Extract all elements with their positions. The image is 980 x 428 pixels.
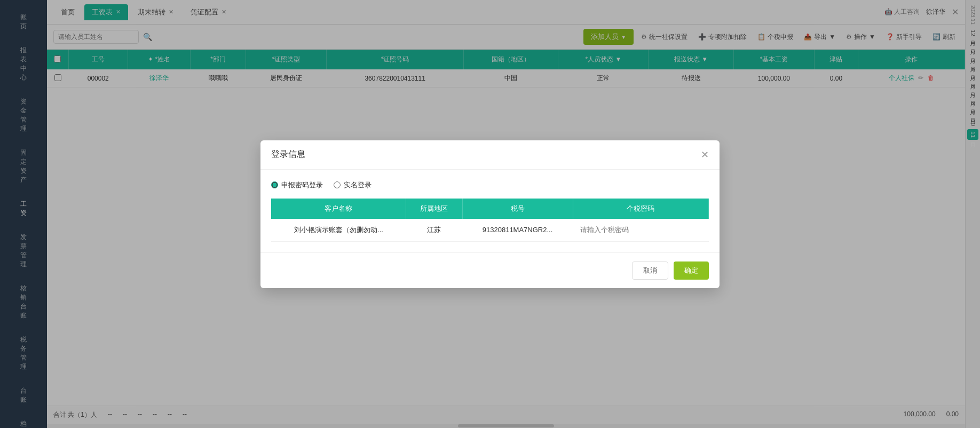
dialog-tax-id-cell: 91320811MA7NGR2... bbox=[462, 219, 573, 242]
dialog-col-client-name: 客户名称 bbox=[271, 199, 406, 219]
dialog-close-button[interactable]: ✕ bbox=[701, 149, 709, 161]
dialog-client-name-cell: 刘小艳演示账套（勿删勿动... bbox=[271, 219, 406, 242]
dialog-overlay: 登录信息 ✕ 申报密码登录 实名登录 客户名称 bbox=[0, 0, 980, 428]
dialog-col-tax-id: 税号 bbox=[462, 199, 573, 219]
dialog-footer: 取消 确定 bbox=[260, 252, 720, 288]
dialog-client-table: 客户名称 所属地区 税号 个税密码 刘小艳演示账套（勿删勿动... 江苏 913… bbox=[271, 199, 709, 242]
dialog-confirm-button[interactable]: 确定 bbox=[674, 261, 709, 280]
dialog-body: 申报密码登录 实名登录 客户名称 所属地区 税号 个税密码 bbox=[260, 170, 720, 252]
radio-realname-login[interactable]: 实名登录 bbox=[334, 180, 372, 190]
dialog-region-cell: 江苏 bbox=[406, 219, 462, 242]
dialog-header: 登录信息 ✕ bbox=[260, 140, 720, 170]
dialog-col-region: 所属地区 bbox=[406, 199, 462, 219]
dialog-table-row: 刘小艳演示账套（勿删勿动... 江苏 91320811MA7NGR2... bbox=[271, 219, 709, 242]
radio-realname-input[interactable] bbox=[334, 181, 341, 188]
tax-password-input[interactable] bbox=[580, 226, 701, 234]
dialog-col-tax-password: 个税密码 bbox=[573, 199, 708, 219]
login-info-dialog: 登录信息 ✕ 申报密码登录 实名登录 客户名称 bbox=[260, 140, 720, 288]
radio-password-input[interactable] bbox=[271, 181, 278, 188]
dialog-title: 登录信息 bbox=[271, 149, 305, 160]
login-type-radio-group: 申报密码登录 实名登录 bbox=[271, 180, 709, 190]
dialog-cancel-button[interactable]: 取消 bbox=[632, 261, 668, 280]
radio-password-login[interactable]: 申报密码登录 bbox=[271, 180, 323, 190]
dialog-tax-password-cell[interactable] bbox=[573, 219, 708, 242]
